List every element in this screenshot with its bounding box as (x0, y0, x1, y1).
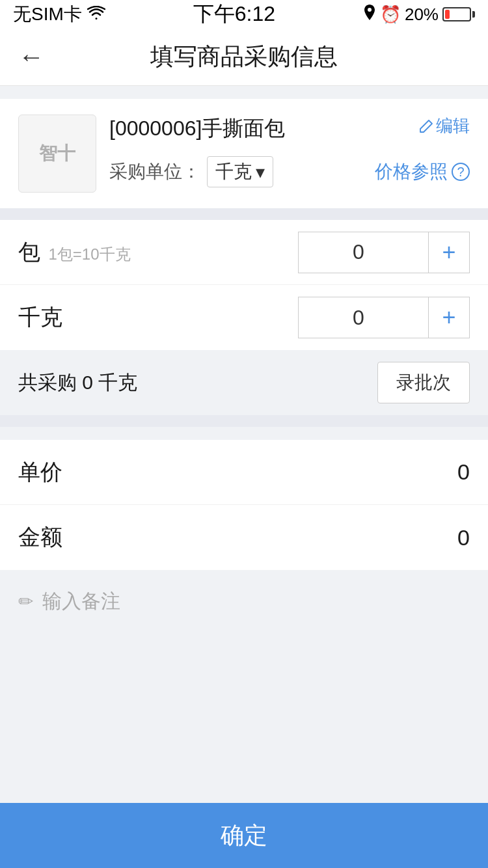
quantity-section: 包 1包=10千克 + 千克 + (0, 220, 488, 350)
section-divider-1 (0, 208, 488, 220)
kg-label-group: 千克 (18, 303, 62, 332)
edit-button[interactable]: 编辑 (419, 115, 470, 137)
back-button[interactable]: ← (18, 42, 44, 72)
price-ref-label: 价格参照 (375, 159, 448, 184)
unit-price-value: 0 (457, 459, 470, 485)
alarm-icon: ⏰ (380, 5, 401, 25)
kg-quantity-row: 千克 + (0, 285, 488, 350)
kg-plus-button[interactable]: + (428, 297, 470, 338)
bag-quantity-row: 包 1包=10千克 + (0, 220, 488, 285)
unit-label: 采购单位： (109, 159, 200, 184)
unit-select[interactable]: 千克 ▾ (207, 156, 273, 187)
unit-value: 千克 (215, 159, 252, 184)
chevron-down-icon: ▾ (256, 161, 265, 183)
confirm-button[interactable]: 确定 (0, 803, 488, 868)
unit-selector[interactable]: 采购单位： 千克 ▾ (109, 156, 273, 187)
bag-label-group: 包 1包=10千克 (18, 237, 131, 267)
location-icon (363, 5, 376, 25)
product-header: [0000006]手撕面包 编辑 (109, 115, 470, 143)
amount-value: 0 (457, 525, 470, 550)
product-name: [0000006]手撕面包 (109, 115, 285, 143)
bag-label: 包 (18, 239, 40, 264)
battery-percent: 20% (405, 5, 439, 25)
product-card: 智十 [0000006]手撕面包 编辑 采购单位： 千克 ▾ 价格参照 ? (0, 99, 488, 208)
price-ref-button[interactable]: 价格参照 ? (375, 159, 470, 184)
edit-label: 编辑 (436, 115, 470, 137)
total-row: 共采购 0 千克 录批次 (0, 350, 488, 415)
unit-price-row: 单价 0 (0, 440, 488, 505)
amount-row: 金额 0 (0, 505, 488, 570)
status-right: ⏰ 20% (363, 5, 475, 25)
bag-sublabel: 1包=10千克 (48, 245, 130, 263)
record-batch-button[interactable]: 录批次 (377, 362, 470, 403)
amount-label: 金额 (18, 522, 62, 552)
product-thumbnail: 智十 (18, 115, 96, 193)
section-divider-2 (0, 415, 488, 427)
total-label: 共采购 0 千克 (18, 370, 137, 396)
status-time: 下午6:12 (193, 0, 275, 29)
separator-top (0, 86, 488, 99)
unit-price-label: 单价 (18, 457, 62, 487)
status-left: 无SIM卡 (13, 2, 105, 27)
wifi-icon (87, 4, 105, 25)
page-title: 填写商品采购信息 (150, 41, 338, 73)
nav-bar: ← 填写商品采购信息 (0, 29, 488, 86)
product-unit-row: 采购单位： 千克 ▾ 价格参照 ? (109, 156, 470, 187)
bag-plus-button[interactable]: + (428, 232, 470, 273)
kg-label: 千克 (18, 305, 62, 329)
product-info: [0000006]手撕面包 编辑 采购单位： 千克 ▾ 价格参照 ? (109, 115, 470, 187)
pencil-icon: ✏ (18, 591, 33, 612)
battery-icon (442, 7, 475, 21)
sim-text: 无SIM卡 (13, 2, 82, 27)
bag-quantity-input[interactable] (298, 232, 428, 273)
notes-placeholder: 输入备注 (42, 588, 120, 615)
thumbnail-text: 智十 (39, 141, 75, 166)
status-bar: 无SIM卡 下午6:12 ⏰ 20% (0, 0, 488, 29)
kg-input-group: + (298, 297, 470, 338)
notes-section[interactable]: ✏ 输入备注 (0, 570, 488, 648)
price-section: 单价 0 金额 0 (0, 440, 488, 570)
kg-quantity-input[interactable] (298, 297, 428, 338)
info-icon: ? (452, 163, 470, 181)
bag-input-group: + (298, 232, 470, 273)
